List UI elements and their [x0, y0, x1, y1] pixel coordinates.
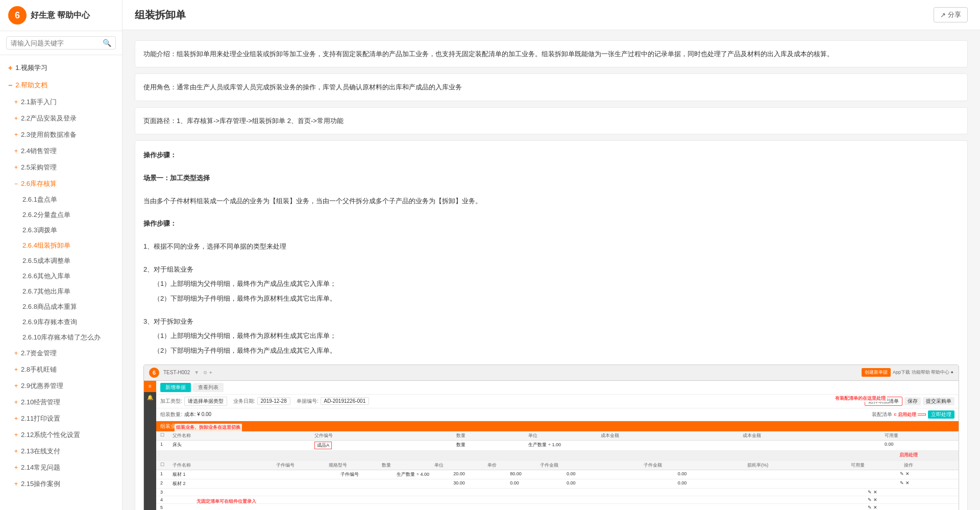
sidebar-item-label: 2.3使用前数据准备: [21, 130, 77, 139]
screen-lrow1-name: 板材 1: [173, 471, 282, 478]
sidebar-item-2-13[interactable]: + 2.13在线支付: [0, 443, 122, 459]
screen-col-cost: 成本金额: [601, 432, 741, 439]
screen-billno-field: 单据编号: AD-20191226-001: [297, 397, 370, 405]
screen-new-btn: 创建新单据: [862, 368, 891, 377]
sidebar-item-2-10[interactable]: + 2.10经营管理: [0, 394, 122, 410]
sidebar-item-label: 2.11打印设置: [21, 414, 60, 423]
plus-icon: +: [14, 464, 18, 471]
sidebar-item-2-11[interactable]: + 2.11打印设置: [0, 410, 122, 427]
screen-lrow1-subtotal: 0.00: [567, 471, 676, 478]
sidebar-item-label: 2.5采购管理: [21, 163, 57, 172]
sidebar-item-label: 2.15操作案例: [21, 479, 60, 489]
screen-submit-btn: 提交采购单: [923, 397, 954, 405]
screen-billno-label: 单据编号:: [297, 398, 318, 405]
sidebar-item-sales[interactable]: + 2.4销售管理: [0, 143, 122, 159]
sidebar-item-2-6-6[interactable]: 2.6.6其他入库单: [0, 269, 122, 284]
screen-tabs: 新增单据 查看列表: [156, 381, 959, 395]
search-wrap[interactable]: 🔍: [6, 36, 116, 50]
page-title: 组装拆卸单: [135, 8, 186, 22]
plus-icon: +: [14, 431, 18, 439]
screen-lcol-check: ☐: [160, 462, 170, 469]
share-label: 分享: [948, 10, 961, 19]
screen-icons: ⚙ ✦: [203, 370, 213, 375]
screen-col-check: ☐: [160, 432, 170, 439]
steps-block: 操作步骤： 场景一：加工类型选择 当由多个子件材料组装成一个成品的业务为【组装】…: [135, 140, 968, 510]
sidebar-item-label: 2.6库存核算: [21, 179, 57, 188]
plus-icon: +: [14, 415, 18, 422]
screen-upper-table-header: ☐ 父件名称 父件编号 数量 单位 成本金额 成本金额 可用量: [156, 431, 959, 441]
sidebar-item-label: 2.12系统个性化设置: [21, 430, 80, 440]
sidebar-item-purchase[interactable]: + 2.5采购管理: [0, 159, 122, 176]
step2-2-text: （2）下部明细为子件明细，最终作为原材料生成其它出库单。: [143, 293, 959, 305]
sidebar-item-2-6-4[interactable]: 2.6.4组装拆卸单: [0, 238, 122, 253]
screen-lower-row2: 2 板材 2 30.00 0.00 0.00 0.00 ✎ ✕: [156, 479, 959, 489]
step2-text: 2、对于组装业务: [143, 263, 959, 276]
screen-col-wcost: 成本金额: [743, 432, 883, 439]
sidebar-item-newbie[interactable]: + 2.1新手入门: [0, 94, 122, 110]
minus-icon: −: [14, 180, 18, 187]
main-content: 功能介绍：组装拆卸单用来处理企业组装或拆卸等加工业务，支持有固定装配清单的产品加…: [122, 30, 980, 510]
sidebar-item-label: 2.8手机旺铺: [21, 365, 57, 374]
sidebar-item-2-6-5[interactable]: 2.6.5成本调整单: [0, 253, 122, 269]
sidebar-item-2-7[interactable]: + 2.7资金管理: [0, 345, 122, 361]
screen-lcol-loss: 损耗率(%): [747, 462, 849, 469]
screen-form-row2: 组装数量: 成本: ¥ 0.00 装配清单 立即处理: [156, 408, 959, 421]
screen-lrow1-no: 1: [160, 471, 170, 478]
sidebar-item-2-6-1[interactable]: 2.6.1盘点单: [0, 192, 122, 207]
screen-col-op: 可用量: [885, 432, 954, 439]
plus-icon: +: [14, 480, 18, 488]
sidebar-item-2-6-9[interactable]: 2.6.9库存账本查询: [0, 314, 122, 330]
sidebar-item-2-6-8[interactable]: 2.6.8商品成本重算: [0, 299, 122, 314]
search-input[interactable]: [11, 39, 103, 47]
screen-row-qty3: 数量: [456, 442, 526, 449]
screen-lower-row3: 3 ✎ ✕: [156, 489, 959, 496]
plus-icon: +: [14, 131, 18, 138]
role-intro-text: 使用角色：通常由生产人员或库管人员完成拆装业务的操作，库管人员确认原材料的出库和…: [143, 81, 959, 93]
screen-tab-list: 查看列表: [193, 383, 224, 392]
screen-bom-field: 选择装配清单 保存 提交采购单: [865, 397, 954, 406]
screen-annotation-enable: 启用处理: [899, 452, 918, 458]
screen-lcol-unit: 单位: [434, 462, 485, 469]
screen-lcol-qty: 数量: [382, 462, 432, 469]
sidebar-item-install[interactable]: + 2.2产品安装及登录: [0, 110, 122, 127]
search-icon[interactable]: 🔍: [103, 39, 111, 47]
screen-bom2-input: [894, 414, 926, 416]
screen-lrow2-unit: 30.00: [453, 480, 508, 487]
screen-bom2-field: 装配清单 立即处理: [872, 410, 954, 419]
sidebar-item-2-8[interactable]: + 2.8手机旺铺: [0, 361, 122, 378]
share-button[interactable]: ↗ 分享: [934, 7, 968, 22]
sidebar-item-2-15[interactable]: + 2.15操作案例: [0, 476, 122, 492]
screen-annotation-area: 启用处理: [156, 451, 959, 461]
screen-lrow4-content: [173, 497, 866, 502]
plus-icon: +: [14, 448, 18, 455]
screen-lcol-price: 单价: [487, 462, 538, 469]
sidebar-item-inventory[interactable]: − 2.6库存核算: [0, 176, 122, 192]
screen-row-avail: 0.00: [885, 442, 954, 449]
sidebar-item-2-14[interactable]: + 2.14常见问题: [0, 459, 122, 476]
screen-row-wcost: [743, 442, 883, 449]
screen-logo: 6: [149, 368, 159, 378]
sidebar-item-prepare[interactable]: + 2.3使用前数据准备: [0, 127, 122, 143]
screen-lrow3-avail: ✎ ✕: [868, 490, 954, 495]
screen-lrow4-no: 4: [160, 497, 170, 502]
screen-col-qty2: 数量: [456, 432, 526, 439]
screen-col-unit: 单位: [528, 432, 598, 439]
sidebar-item-video[interactable]: + 1.视频学习: [0, 59, 122, 77]
screen-lower-row5: 5 ✎ ✕: [156, 504, 959, 510]
sidebar-item-2-6-2[interactable]: 2.6.2分量盘点单: [0, 207, 122, 223]
nav-section-video: + 1.视频学习: [0, 59, 122, 77]
sidebar-item-label: 2.1新手入门: [21, 98, 57, 107]
logo-text: 好生意 帮助中心: [31, 10, 90, 21]
nav-list: + 1.视频学习 − 2.帮助文档 + 2.1新手入门 + 2.2产品安装及登录: [0, 55, 122, 496]
screen-qty-value: 成本: ¥ 0.00: [184, 411, 211, 418]
sidebar-item-2-9[interactable]: + 2.9优惠券管理: [0, 378, 122, 394]
sidebar-item-2-6-3[interactable]: 2.6.3调拨单: [0, 223, 122, 238]
screen-lrow2-no2: [284, 480, 338, 487]
plus-icon: +: [14, 366, 18, 373]
scene1-desc: 当由多个子件材料组装成一个成品的业务为【组装】业务，当由一个父件拆分成多个子产品…: [143, 195, 959, 208]
sidebar-item-docs[interactable]: − 2.帮助文档: [0, 77, 122, 94]
sidebar-item-2-12[interactable]: + 2.12系统个性化设置: [0, 427, 122, 443]
sidebar-item-2-6-7[interactable]: 2.6.7其他出库单: [0, 284, 122, 299]
main-area: 组装拆卸单 ↗ 分享 功能介绍：组装拆卸单用来处理企业组装或拆卸等加工业务，支持…: [122, 0, 980, 510]
sidebar-item-2-6-10[interactable]: 2.6.10库存账本错了怎么办: [0, 330, 122, 345]
